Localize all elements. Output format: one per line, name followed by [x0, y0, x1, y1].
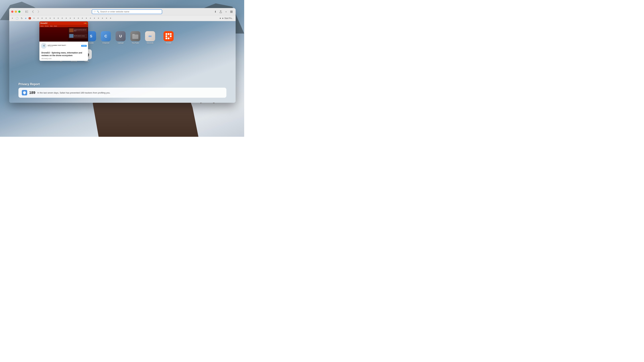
bookmark-item-14[interactable]: ★ [84, 16, 88, 20]
clock-icon: 🕐 [16, 17, 18, 19]
tab-preview-url: dronedj.com [42, 57, 86, 59]
bookmark-item-15[interactable]: ★ [88, 16, 92, 20]
preview-dot-red [84, 23, 85, 24]
bookmark-item-18[interactable]: ★ [100, 16, 104, 20]
forward-button[interactable] [36, 10, 40, 13]
app-icon-reddit[interactable]: Reddit [164, 31, 174, 44]
share-button[interactable] [218, 10, 223, 13]
privacy-report: Privacy Report 189 In the last seven day… [18, 82, 226, 98]
bookmark-favorites-star[interactable]: ★ [10, 16, 14, 20]
reddit-icon [164, 31, 174, 41]
preview-small-text-1: A Rookie pilot flies both DJI Minis [74, 29, 87, 31]
channel-icon-letter: C [104, 34, 107, 38]
bookmark-item-4[interactable]: ★ [44, 16, 48, 20]
maximize-button[interactable] [18, 10, 20, 13]
app-icon-channel[interactable]: C Channel [99, 31, 112, 46]
bookmark-item-7[interactable]: ★ [56, 16, 60, 20]
reddit-dot [166, 33, 167, 35]
star-icon: ★ [37, 17, 39, 19]
bookmark-e-icon[interactable]: e [24, 16, 27, 20]
search-bar[interactable]: 🛡 🔍 [92, 9, 162, 14]
folder-icon-svg [132, 33, 139, 39]
bookmarks-bar: ★ 🕐 ↻ e D ★ ★ ★ ★ ★ ★ ★ ★ ★ ★ ★ ★ ★ ★ ★ … [9, 15, 236, 21]
tab-overview-button[interactable] [229, 10, 234, 13]
bookmark-item-1[interactable]: ★ [32, 16, 36, 20]
bookmark-item-3[interactable]: ★ [40, 16, 44, 20]
preview-nav-bar: Home Drones Gear Deals [40, 25, 88, 27]
star-icon: ★ [57, 17, 59, 19]
preview-small-text-2: $6,294 raised for charity [74, 35, 85, 36]
studio-label: Studio [88, 42, 94, 44]
tab-preview-popup: DroneDJ Home Drones Gear Deals [40, 21, 88, 61]
new-tab-button[interactable]: + [224, 10, 228, 13]
reddit-dot [170, 37, 172, 39]
star-icon: ★ [12, 17, 13, 19]
title-bar: 🛡 🔍 ⬇ + [9, 8, 236, 15]
star-icon: ★ [62, 17, 63, 19]
star-icon: ★ [106, 17, 107, 19]
star-icon: ★ [94, 17, 95, 19]
star-icon: ★ [82, 17, 83, 19]
preview-ad-content: HATE CLEANING YOUR TOILET? So did we. [48, 45, 66, 47]
studio-icon-letter: S [90, 34, 92, 38]
bookmark-item-11[interactable]: ★ [72, 16, 76, 20]
bookmark-clock[interactable]: 🕐 [14, 16, 20, 20]
bookmark-item-13[interactable]: ★ [80, 16, 84, 20]
star-icon: ★ [41, 17, 43, 19]
electrek-label: Electrek [147, 42, 154, 44]
bookmark-item-19[interactable]: ★ [105, 16, 108, 20]
privacy-report-title: Privacy Report [18, 82, 226, 86]
star-icon: ★ [49, 17, 51, 19]
browser-window: 🛡 🔍 ⬇ + ★ 🕐 ↻ e [9, 8, 236, 103]
svg-rect-1 [27, 10, 28, 11]
bookmark-item-5[interactable]: ★ [48, 16, 52, 20]
preview-nav-item: Deals [54, 25, 57, 27]
app-icon-upload[interactable]: U Upload [114, 31, 127, 46]
bookmark-item-2[interactable]: ★ [36, 16, 40, 20]
download-button[interactable]: ⬇ [213, 10, 218, 13]
bookmark-item-20[interactable]: ★ [109, 16, 112, 20]
reload-icon: ↻ [21, 17, 23, 19]
privacy-shield-badge [22, 90, 27, 95]
back-button[interactable] [30, 10, 35, 13]
reddit-dot [168, 33, 170, 35]
star-icon: ★ [98, 17, 99, 19]
privacy-bar[interactable]: 189 In the last seven days, Safari has p… [18, 88, 226, 98]
youtube-icon [130, 31, 140, 41]
bookmark-reload[interactable]: ↻ [20, 16, 24, 20]
reddit-dot [170, 33, 172, 35]
preview-ad-subtext: So did we. [48, 46, 66, 47]
tab-preview-title: DroneDJ - Spinning news, information and… [42, 52, 86, 57]
preview-header: DroneDJ [40, 21, 88, 25]
svg-rect-6 [230, 12, 231, 13]
star-icon: ★ [110, 17, 111, 19]
minimize-button[interactable] [15, 10, 17, 13]
bookmark-item-9[interactable]: ★ [64, 16, 68, 20]
svg-rect-5 [232, 11, 232, 11]
main-content: DroneDJ Home Drones Gear Deals [9, 21, 236, 103]
bookmark-item-16[interactable]: ★ [92, 16, 96, 20]
app-icon-youtube[interactable]: YouTube [129, 31, 142, 46]
bookmark-dronedj[interactable]: D [28, 17, 32, 20]
preview-small-img-1 [69, 28, 74, 32]
reddit-dot [166, 35, 167, 37]
svg-rect-3 [27, 12, 28, 13]
preview-ad-strip: 🚿 HATE CLEANING YOUR TOILET? So did we. … [40, 41, 88, 50]
search-input[interactable] [100, 10, 160, 13]
bookmark-item-6[interactable]: ★ [52, 16, 56, 20]
app-icon-electrek[interactable]: ee Electrek [144, 31, 157, 46]
upload-icon-letter: U [119, 34, 122, 38]
preview-ad-icon: 🚿 [41, 43, 46, 49]
bookmark-item-8[interactable]: ★ [60, 16, 64, 20]
reddit-label: Reddit [166, 42, 171, 44]
bookmark-item-10[interactable]: ★ [68, 16, 72, 20]
sidebar-toggle-button[interactable] [24, 10, 29, 13]
bookmark-item-12[interactable]: ★ [76, 16, 80, 20]
upload-icon: U [116, 31, 126, 41]
start-page-button[interactable]: ★ ★ Start Pa... [218, 16, 234, 20]
close-button[interactable] [11, 10, 14, 13]
bookmark-item-17[interactable]: ★ [96, 16, 100, 20]
svg-rect-8 [132, 34, 138, 39]
preview-small-article-2: $6,294 raised for charity [68, 33, 88, 38]
preview-dot-green [86, 23, 87, 24]
